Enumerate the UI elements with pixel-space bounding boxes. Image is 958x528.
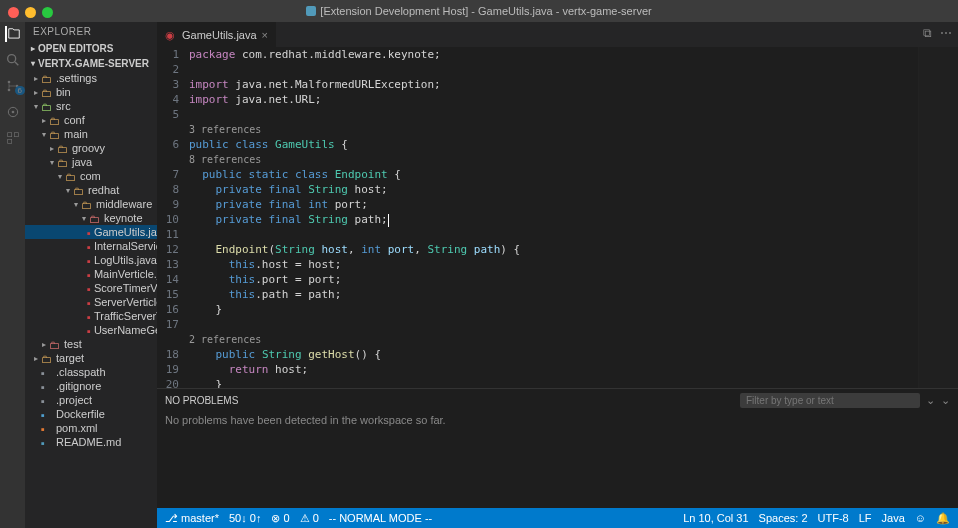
folder-main[interactable]: ▾🗀main bbox=[25, 127, 157, 141]
svg-rect-7 bbox=[7, 133, 11, 137]
tab-label: GameUtils.java bbox=[182, 29, 257, 41]
file-ServerVerticle.java[interactable]: ▪ServerVerticle.java bbox=[25, 295, 157, 309]
svg-point-0 bbox=[7, 55, 15, 63]
folder-src[interactable]: ▾🗀src bbox=[25, 99, 157, 113]
code-area[interactable]: package com.redhat.middleware.keynote;im… bbox=[185, 47, 958, 388]
minimap[interactable] bbox=[918, 47, 958, 388]
more-actions-icon[interactable]: ⋯ bbox=[940, 26, 952, 40]
status-eol[interactable]: LF bbox=[859, 512, 872, 524]
folder-.settings[interactable]: ▸🗀.settings bbox=[25, 71, 157, 85]
status-errors[interactable]: ⊗ 0 bbox=[271, 512, 289, 525]
statusbar: ⎇ master* 50↓ 0↑ ⊗ 0 ⚠ 0 -- NORMAL MODE … bbox=[157, 508, 958, 528]
file-InternalServiceVert...[interactable]: ▪InternalServiceVert... bbox=[25, 239, 157, 253]
file-Dockerfile[interactable]: ▪Dockerfile bbox=[25, 407, 157, 421]
file-.project[interactable]: ▪.project bbox=[25, 393, 157, 407]
explorer-icon[interactable] bbox=[5, 26, 21, 42]
window-title: [Extension Development Host] - GameUtils… bbox=[320, 5, 651, 17]
window-minimize[interactable] bbox=[25, 7, 36, 18]
file-GameUtils.java[interactable]: ▪GameUtils.java bbox=[25, 225, 157, 239]
sidebar: EXPLORER OPEN EDITORS VERTX-GAME-SERVER … bbox=[25, 22, 157, 528]
folder-conf[interactable]: ▸🗀conf bbox=[25, 113, 157, 127]
titlebar: [Extension Development Host] - GameUtils… bbox=[0, 0, 958, 22]
folder-redhat[interactable]: ▾🗀redhat bbox=[25, 183, 157, 197]
line-gutter: 1234567891011121314151617181920212223242… bbox=[157, 47, 185, 388]
problems-filter-input[interactable] bbox=[740, 393, 920, 408]
editor-tabs: ◉ GameUtils.java × ⧉ ⋯ bbox=[157, 22, 958, 47]
status-warnings[interactable]: ⚠ 0 bbox=[300, 512, 319, 525]
window-close[interactable] bbox=[8, 7, 19, 18]
status-language[interactable]: Java bbox=[882, 512, 905, 524]
status-position[interactable]: Ln 10, Col 31 bbox=[683, 512, 748, 524]
folder-middleware[interactable]: ▾🗀middleware bbox=[25, 197, 157, 211]
sidebar-title: EXPLORER bbox=[25, 22, 157, 41]
status-bell-icon[interactable]: 🔔 bbox=[936, 512, 950, 525]
svg-point-3 bbox=[7, 89, 10, 92]
editor-body[interactable]: 1234567891011121314151617181920212223242… bbox=[157, 47, 958, 388]
svg-rect-9 bbox=[7, 139, 11, 143]
status-encoding[interactable]: UTF-8 bbox=[818, 512, 849, 524]
file-.classpath[interactable]: ▪.classpath bbox=[25, 365, 157, 379]
project-section[interactable]: VERTX-GAME-SERVER bbox=[25, 56, 157, 71]
folder-test[interactable]: ▸🗀test bbox=[25, 337, 157, 351]
status-feedback[interactable]: ☺ bbox=[915, 512, 926, 524]
folder-com[interactable]: ▾🗀com bbox=[25, 169, 157, 183]
file-.gitignore[interactable]: ▪.gitignore bbox=[25, 379, 157, 393]
open-editors-section[interactable]: OPEN EDITORS bbox=[25, 41, 157, 56]
problems-title: NO PROBLEMS bbox=[165, 395, 238, 406]
status-spaces[interactable]: Spaces: 2 bbox=[759, 512, 808, 524]
file-ScoreTimerVerticl...[interactable]: ▪ScoreTimerVerticl... bbox=[25, 281, 157, 295]
file-TrafficServerVerti...[interactable]: ▪TrafficServerVerti... bbox=[25, 309, 157, 323]
problems-panel: NO PROBLEMS ⌄ ⌄ No problems have been de… bbox=[157, 388, 958, 508]
file-MainVerticle.java[interactable]: ▪MainVerticle.java bbox=[25, 267, 157, 281]
file-tree: ▸🗀.settings▸🗀bin▾🗀src▸🗀conf▾🗀main▸🗀groov… bbox=[25, 71, 157, 449]
folder-bin[interactable]: ▸🗀bin bbox=[25, 85, 157, 99]
tab-close-icon[interactable]: × bbox=[262, 29, 268, 41]
svg-line-1 bbox=[15, 62, 18, 65]
window-maximize[interactable] bbox=[42, 7, 53, 18]
status-mode: -- NORMAL MODE -- bbox=[329, 512, 432, 524]
svg-point-6 bbox=[11, 111, 14, 114]
file-pom.xml[interactable]: ▪pom.xml bbox=[25, 421, 157, 435]
split-editor-icon[interactable]: ⧉ bbox=[923, 26, 932, 40]
folder-java[interactable]: ▾🗀java bbox=[25, 155, 157, 169]
status-branch[interactable]: ⎇ master* bbox=[165, 512, 219, 525]
extensions-icon[interactable] bbox=[5, 130, 21, 146]
folder-groovy[interactable]: ▸🗀groovy bbox=[25, 141, 157, 155]
svg-rect-8 bbox=[14, 133, 18, 137]
problems-body: No problems have been detected in the wo… bbox=[165, 414, 950, 426]
file-README.md[interactable]: ▪README.md bbox=[25, 435, 157, 449]
svg-point-2 bbox=[7, 81, 10, 84]
debug-icon[interactable] bbox=[5, 104, 21, 120]
title-file-icon bbox=[306, 6, 316, 16]
scm-badge: 6 bbox=[15, 86, 25, 95]
close-panel-icon[interactable]: ⌄ bbox=[941, 394, 950, 407]
scm-icon[interactable]: 6 bbox=[5, 78, 21, 94]
file-LogUtils.java[interactable]: ▪LogUtils.java bbox=[25, 253, 157, 267]
collapse-icon[interactable]: ⌄ bbox=[926, 394, 935, 407]
file-UserNameGenerat...[interactable]: ▪UserNameGenerat... bbox=[25, 323, 157, 337]
java-file-icon: ◉ bbox=[165, 29, 177, 41]
status-sync[interactable]: 50↓ 0↑ bbox=[229, 512, 261, 524]
folder-target[interactable]: ▸🗀target bbox=[25, 351, 157, 365]
search-icon[interactable] bbox=[5, 52, 21, 68]
folder-keynote[interactable]: ▾🗀keynote bbox=[25, 211, 157, 225]
tab-gameutils[interactable]: ◉ GameUtils.java × bbox=[157, 22, 277, 47]
activity-bar: 6 bbox=[0, 22, 25, 528]
